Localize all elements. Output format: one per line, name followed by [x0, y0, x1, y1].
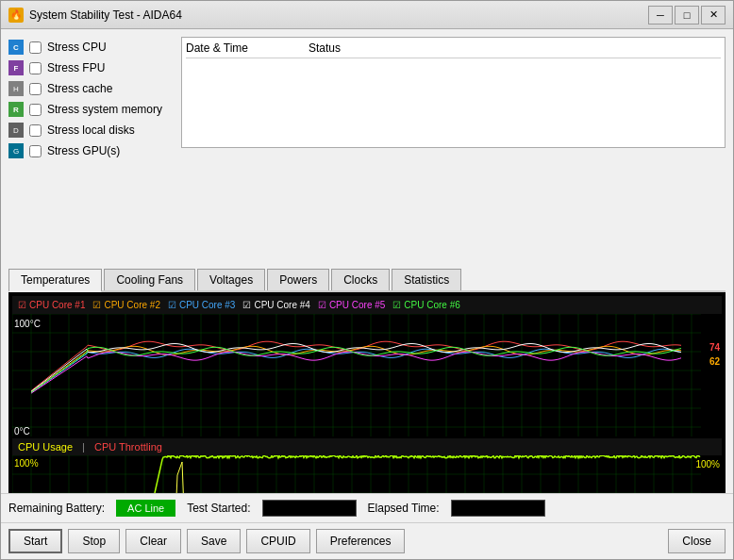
separator: | [82, 441, 85, 453]
stress-cache-label: Stress cache [47, 82, 112, 95]
main-window: 🔥 System Stability Test - AIDA64 ─ □ ✕ C… [0, 0, 734, 560]
usage-legend: CPU Usage | CPU Throttling [12, 438, 722, 455]
cache-icon: H [8, 81, 24, 96]
stress-disks-item: D Stress local disks [8, 120, 174, 140]
window-title: System Stability Test - AIDA64 [29, 8, 648, 22]
titlebar: 🔥 System Stability Test - AIDA64 ─ □ ✕ [1, 1, 733, 29]
log-header: Date & Time Status [186, 41, 721, 58]
stress-gpu-item: G Stress GPU(s) [8, 140, 174, 161]
charts-area: ☑ CPU Core #1 ☑ CPU Core #2 ☑ CPU Core #… [8, 292, 726, 493]
preferences-button[interactable]: Preferences [316, 529, 406, 553]
app-icon: 🔥 [8, 8, 24, 23]
stress-cache-checkbox[interactable] [29, 83, 42, 95]
cpu-throttling-label: CPU Throttling [94, 441, 162, 453]
core6-check-icon: ☑ [392, 300, 401, 310]
temp-val2: 62 [709, 356, 720, 367]
tab-clocks[interactable]: Clocks [331, 269, 390, 290]
stress-memory-item: R Stress system memory [8, 99, 174, 120]
ac-line-button[interactable]: AC Line [116, 500, 175, 517]
elapsed-time-value [451, 500, 545, 517]
stress-disks-checkbox[interactable] [29, 124, 42, 137]
usage-max-label: 100% [695, 459, 720, 469]
stress-memory-checkbox[interactable] [29, 104, 42, 116]
stress-options-panel: C Stress CPU F Stress FPU H Stress cache… [8, 37, 174, 261]
log-area: Date & Time Status [181, 37, 726, 148]
close-window-button[interactable]: ✕ [701, 6, 726, 25]
stress-cpu-checkbox[interactable] [29, 41, 42, 54]
stress-gpu-label: Stress GPU(s) [47, 144, 120, 157]
stop-button[interactable]: Stop [68, 529, 120, 553]
log-panel: Date & Time Status [181, 37, 726, 261]
core3-label: CPU Core #3 [179, 300, 235, 310]
gpu-icon: G [8, 143, 24, 158]
disk-icon: D [8, 123, 24, 138]
tab-cooling-fans[interactable]: Cooling Fans [104, 269, 195, 290]
log-datetime-header: Date & Time [186, 41, 309, 55]
footer-buttons: Start Stop Clear Save CPUID Preferences … [1, 522, 733, 559]
temp-chart-canvas [12, 314, 701, 436]
stress-disks-label: Stress local disks [47, 124, 135, 137]
core5-label: CPU Core #5 [329, 300, 385, 310]
core1-check-icon: ☑ [18, 300, 26, 310]
legend-core4: ☑ CPU Core #4 [242, 300, 309, 310]
cpu-usage-label: CPU Usage [18, 441, 73, 453]
temperature-chart-section: ☑ CPU Core #1 ☑ CPU Core #2 ☑ CPU Core #… [12, 296, 722, 436]
core4-label: CPU Core #4 [254, 300, 309, 310]
tab-powers[interactable]: Powers [267, 269, 329, 290]
legend-core5: ☑ CPU Core #5 [318, 300, 385, 310]
maximize-button[interactable]: □ [675, 6, 699, 25]
usage-chart-container: 100% 0% [12, 455, 722, 493]
footer-spacer [410, 529, 662, 553]
tabs-charts-area: Temperatures Cooling Fans Voltages Power… [1, 269, 733, 493]
minimize-button[interactable]: ─ [648, 6, 673, 25]
cpuid-button[interactable]: CPUID [246, 529, 309, 553]
stress-gpu-checkbox[interactable] [29, 145, 42, 157]
legend-core6: ☑ CPU Core #6 [392, 300, 459, 310]
start-button[interactable]: Start [8, 529, 62, 553]
window-controls: ─ □ ✕ [648, 6, 726, 25]
clear-button[interactable]: Clear [125, 529, 181, 553]
test-started-label: Test Started: [187, 502, 250, 515]
cpu-icon: C [8, 40, 24, 55]
core1-label: CPU Core #1 [29, 300, 85, 310]
stress-cache-item: H Stress cache [8, 78, 174, 99]
temp-val1: 74 [709, 342, 720, 353]
stress-fpu-item: F Stress FPU [8, 58, 174, 78]
temp-chart-container: 74 62 [12, 314, 722, 436]
elapsed-time-label: Elapsed Time: [368, 502, 440, 515]
test-started-value [262, 500, 357, 517]
main-content: C Stress CPU F Stress FPU H Stress cache… [1, 29, 733, 269]
usage-chart-canvas [12, 455, 701, 493]
stress-cpu-label: Stress CPU [47, 41, 107, 54]
remaining-battery-label: Remaining Battery: [8, 502, 105, 515]
tab-statistics[interactable]: Statistics [392, 269, 461, 290]
usage-chart-section: CPU Usage | CPU Throttling 100% 0% [12, 438, 722, 493]
stress-fpu-checkbox[interactable] [29, 62, 42, 74]
legend-core3: ☑ CPU Core #3 [168, 300, 235, 310]
fpu-icon: F [8, 60, 24, 75]
stress-cpu-item: C Stress CPU [8, 37, 174, 58]
tabs-section: Temperatures Cooling Fans Voltages Power… [8, 269, 726, 493]
legend-core1: ☑ CPU Core #1 [18, 300, 85, 310]
temp-chart-legend: ☑ CPU Core #1 ☑ CPU Core #2 ☑ CPU Core #… [12, 296, 722, 314]
log-status-header: Status [309, 41, 721, 55]
save-button[interactable]: Save [187, 529, 241, 553]
tab-voltages[interactable]: Voltages [197, 269, 265, 290]
core5-check-icon: ☑ [318, 300, 326, 310]
stress-memory-label: Stress system memory [47, 103, 162, 116]
core6-label: CPU Core #6 [404, 300, 459, 310]
close-button[interactable]: Close [668, 529, 726, 553]
core2-check-icon: ☑ [92, 300, 101, 310]
tab-temperatures[interactable]: Temperatures [8, 269, 102, 292]
legend-core2: ☑ CPU Core #2 [92, 300, 159, 310]
status-bar: Remaining Battery: AC Line Test Started:… [1, 493, 733, 522]
core4-check-icon: ☑ [242, 300, 251, 310]
core2-label: CPU Core #2 [104, 300, 159, 310]
stress-fpu-label: Stress FPU [47, 61, 105, 74]
core3-check-icon: ☑ [168, 300, 176, 310]
ram-icon: R [8, 102, 24, 117]
tabs-header: Temperatures Cooling Fans Voltages Power… [8, 269, 726, 292]
